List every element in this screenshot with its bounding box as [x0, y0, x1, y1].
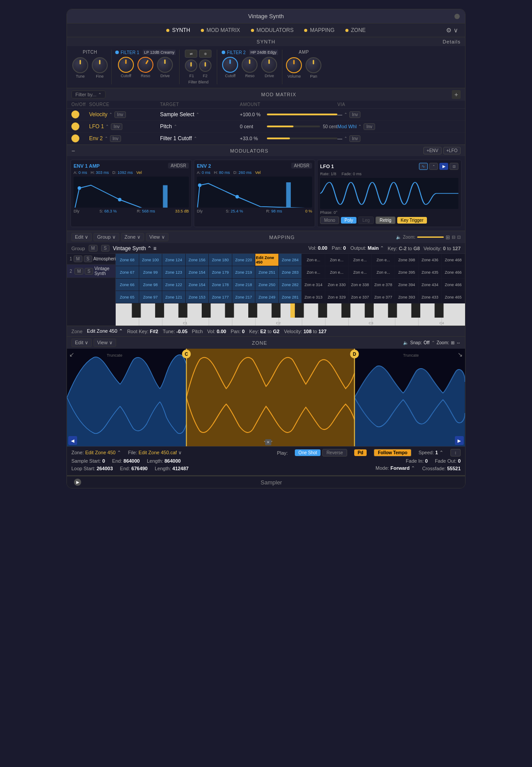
mod-add-button[interactable]: + [452, 90, 461, 99]
waveform-nav-left[interactable]: ◀ [68, 436, 77, 445]
lfo-play-button[interactable]: ▶ [439, 163, 448, 170]
zone-view-btn[interactable]: View ∨ [94, 338, 116, 347]
bottom-play-button[interactable]: ▶ [74, 479, 81, 486]
group-name-select[interactable]: Vintage Synth ⌃ ≡ [113, 245, 305, 252]
mod-inv-2-source[interactable]: Inv [111, 123, 122, 130]
mod-slider-1[interactable] [267, 114, 337, 115]
zone-179[interactable]: Zone 179 [209, 266, 232, 278]
mapping-s-btn[interactable]: S [101, 245, 110, 252]
filter2-cutoff-knob[interactable] [222, 57, 238, 73]
pan-knob[interactable] [305, 57, 321, 73]
mapping-m-btn[interactable]: M [89, 245, 98, 252]
zone-68[interactable]: Zone 68 [116, 254, 139, 266]
zone-file-value[interactable]: Edit Zone 450.caf [139, 450, 177, 455]
mapping-edit-btn[interactable]: Edit ∨ [71, 233, 92, 241]
zone-154[interactable]: Zone 154 [186, 266, 209, 278]
zone-283[interactable]: Zone 283 [279, 266, 302, 278]
zone-98[interactable]: Zone 98 [139, 279, 163, 291]
zone-218[interactable]: Zone 218 [232, 279, 256, 291]
nav-synth[interactable]: SYNTH [166, 27, 190, 33]
zone-edit-btn[interactable]: Edit ∨ [71, 338, 92, 347]
zone-217[interactable]: Zone 217 [232, 291, 256, 303]
mod-inv-3-source[interactable]: Inv [110, 135, 121, 142]
fine-knob[interactable] [92, 57, 108, 73]
blend-f2-knob[interactable] [199, 59, 211, 72]
zone-reverse-btn[interactable]: Reverse [322, 449, 347, 456]
mod-power-2[interactable] [71, 122, 79, 130]
blend-btn-left[interactable]: ⇄ [185, 50, 197, 58]
zone-219[interactable]: Zone 219 [232, 266, 256, 278]
mapping-view-btn[interactable]: View ∨ [146, 233, 168, 241]
lfo-poly-btn[interactable]: Poly [341, 217, 356, 224]
mod-slider-2[interactable] [267, 126, 320, 127]
zone-284[interactable]: Zone 284 [279, 254, 302, 266]
settings-icon[interactable]: ⚙ ∨ [446, 27, 458, 34]
zone-66[interactable]: Zone 66 [116, 279, 139, 291]
zone-220[interactable]: Zone 220 [232, 254, 256, 266]
zone-468[interactable]: Zone 468 [442, 254, 465, 266]
zone-177[interactable]: Zone 177 [209, 291, 232, 303]
waveform-nav-right[interactable]: ▶ [455, 436, 464, 445]
zone-123[interactable]: Zone 123 [162, 266, 186, 278]
add-lfo-button[interactable]: +LFO [443, 147, 461, 154]
mod-inv-2-via[interactable]: Inv [364, 123, 375, 130]
details-button[interactable]: Details [442, 39, 461, 44]
zone-97[interactable]: Zone 97 [139, 291, 163, 303]
zone-100[interactable]: Zone 100 [139, 254, 163, 266]
zone-67[interactable]: Zone 67 [116, 266, 139, 278]
zone-124[interactable]: Zone 124 [162, 254, 186, 266]
zone-154b[interactable]: Zone 154 [186, 279, 209, 291]
mod-inv-1-via[interactable]: Inv [349, 111, 360, 118]
zone-398[interactable]: Zone 398 [395, 254, 419, 266]
blend-f1-knob[interactable] [185, 59, 197, 72]
lfo-key-trigger-btn[interactable]: Key Trigger [397, 217, 427, 224]
zone-r1c2[interactable]: Zon e... [325, 254, 349, 266]
zone-pitch-button[interactable]: Pitch [192, 329, 203, 334]
mod-power-3[interactable] [71, 134, 79, 142]
nav-modulators[interactable]: MODULATORS [251, 27, 294, 33]
mod-inv-1-source[interactable]: Inv [114, 111, 125, 118]
filter1-reso-knob[interactable] [135, 54, 156, 75]
filter2-reso-knob[interactable] [242, 57, 258, 73]
zone-450-selected[interactable]: Edit Zone 450 [255, 254, 279, 266]
zone-pd-btn[interactable]: Pd [354, 449, 367, 456]
mapping-zone-btn[interactable]: Zone ∨ [121, 233, 144, 241]
zone-99[interactable]: Zone 99 [139, 266, 163, 278]
close-button[interactable] [454, 14, 460, 19]
zone-251[interactable]: Zone 251 [255, 266, 279, 278]
zone-153[interactable]: Zone 153 [186, 291, 209, 303]
zone-249[interactable]: Zone 249 [255, 291, 279, 303]
zone-122[interactable]: Zone 122 [162, 279, 186, 291]
zone-follow-tempo-btn[interactable]: Follow Tempo [374, 449, 411, 456]
zone-180[interactable]: Zone 180 [209, 254, 232, 266]
zone-name-value[interactable]: Edit Zone 450 [85, 450, 116, 455]
filter2-type-select[interactable]: HP 24dB Edgy [249, 50, 278, 55]
add-env-button[interactable]: +ENV [423, 147, 441, 154]
zone-65[interactable]: Zone 65 [116, 291, 139, 303]
zone-250[interactable]: Zone 250 [255, 279, 279, 291]
lfo-shape-select[interactable]: ⌃ [429, 163, 438, 170]
filter1-type-select[interactable]: LP 12dB Creamy [143, 50, 176, 55]
zone-156[interactable]: Zone 156 [186, 254, 209, 266]
zone-r1c1[interactable]: Zon e... [302, 254, 325, 266]
lfo-mode-button[interactable]: ⊡ [450, 163, 458, 170]
modulators-minus-button[interactable]: − [71, 147, 75, 154]
nav-mapping[interactable]: MAPPING [304, 27, 334, 33]
mod-inv-3-via[interactable]: Inv [349, 135, 360, 142]
filter2-drive-knob[interactable] [261, 57, 277, 73]
zone-select[interactable]: Edit Zone 450 ⌃ [87, 328, 123, 334]
lfo-mono-btn[interactable]: Mono [320, 216, 339, 224]
zone-speed-btn[interactable]: ↕ [450, 449, 461, 456]
zone-r1c3[interactable]: Zon e... [348, 254, 372, 266]
zone-one-shot-btn[interactable]: One Shot [295, 449, 321, 456]
filter1-drive-knob[interactable] [157, 57, 173, 73]
zone-r1c4[interactable]: Zon e... [372, 254, 395, 266]
group-item-1[interactable]: 1 M S Atmospherics [67, 254, 115, 264]
mapping-group-btn[interactable]: Group ∨ [94, 233, 119, 241]
nav-mod-matrix[interactable]: MOD MATRIX [201, 27, 240, 33]
zone-281[interactable]: Zone 281 [279, 291, 302, 303]
lfo-legato-btn[interactable]: Leg [358, 216, 374, 224]
tune-knob[interactable] [72, 57, 88, 73]
mod-slider-3[interactable] [267, 138, 337, 139]
zoom-slider[interactable] [417, 236, 444, 238]
